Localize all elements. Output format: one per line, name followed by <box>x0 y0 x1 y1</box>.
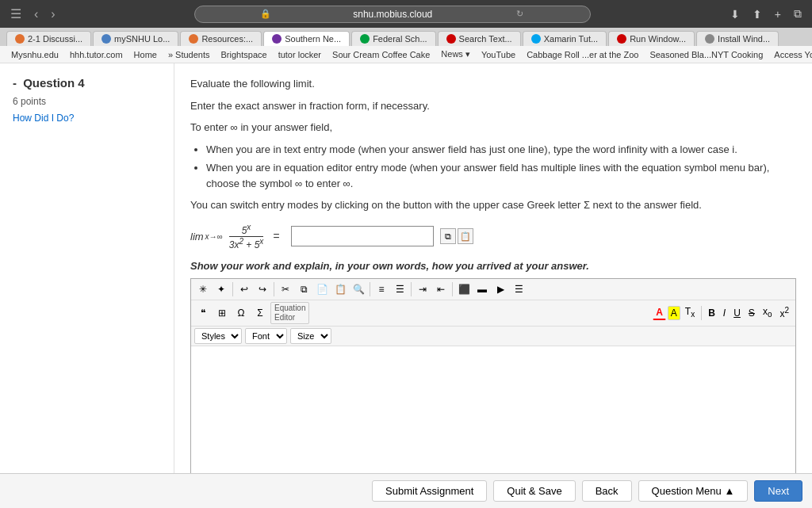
address-bar[interactable]: 🔒 snhu.mobius.cloud ↻ <box>194 6 591 23</box>
bookmark-tutor[interactable]: hhh.tutor.com <box>65 49 128 60</box>
bookmark-youtube[interactable]: YouTube <box>477 49 520 60</box>
question-number: Question 4 <box>23 76 85 90</box>
toolbar-align-left[interactable]: ⬛ <box>455 281 473 298</box>
toolbar-superscript[interactable]: x2 <box>776 304 792 321</box>
toolbar-justify[interactable]: ☰ <box>510 281 527 298</box>
toolbar-highlight[interactable]: A <box>668 306 680 320</box>
bookmark-access[interactable]: Access Your ...se Tax Board <box>769 49 812 60</box>
bookmark-brightspace[interactable]: Brightspace <box>216 49 272 60</box>
bookmark-news[interactable]: News ▾ <box>436 48 475 60</box>
next-button[interactable]: Next <box>754 480 802 502</box>
toolbar-sigma[interactable]: Σ <box>251 304 269 322</box>
toolbar-outdent[interactable]: ⇤ <box>432 281 450 298</box>
tab-2[interactable]: Resources:... <box>180 31 262 46</box>
toolbar-strikethrough[interactable]: S <box>745 306 758 320</box>
tab-favicon-2 <box>189 34 198 44</box>
right-content: Evaluate the following limit. Enter the … <box>174 63 812 473</box>
toolbar-align-right[interactable]: ▶ <box>492 281 509 298</box>
tab-6[interactable]: Xamarin Tut... <box>523 31 607 46</box>
tab-7[interactable]: Run Window... <box>608 31 695 46</box>
fraction-display: 5x 3x2 + 5x <box>229 223 264 250</box>
sep-2 <box>274 282 274 296</box>
toolbar-cut[interactable]: ✂ <box>277 281 294 298</box>
instruction-fraction: Enter the exact answer in fraction form,… <box>190 98 796 114</box>
bookmark-students[interactable]: » Students <box>163 49 215 60</box>
tab-5[interactable]: Search Text... <box>438 31 521 46</box>
infinity-intro: To enter ∞ in your answer field, <box>190 120 796 136</box>
bookmark-home[interactable]: Home <box>129 49 162 60</box>
back-button[interactable]: Back <box>582 480 632 502</box>
how-did-link[interactable]: How Did I Do? <box>13 113 74 124</box>
tab-1[interactable]: mySNHU Lo... <box>93 31 178 46</box>
toolbar-row-2: ❝ ⊞ Ω Σ EquationEditor A A Tx B I U S xo… <box>191 300 795 327</box>
quit-save-button[interactable]: Quit & Save <box>493 480 575 502</box>
bookmark-mysnhu[interactable]: Mysnhu.edu <box>6 49 63 60</box>
infinity-bullets: When you are in text entry mode (when yo… <box>206 142 796 192</box>
bookmark-cabbage[interactable]: Cabbage Roll ...er at the Zoo <box>522 49 643 60</box>
new-tab-icon[interactable]: + <box>771 6 785 22</box>
tab-label-5: Search Text... <box>459 34 512 44</box>
lim-text: lim <box>190 231 204 243</box>
editor-container: ✳ ✦ ↩ ↪ ✂ ⧉ 📄 📋 🔍 ≡ ☰ ⇥ ⇤ <box>190 278 796 474</box>
bookmark-tutor-locker[interactable]: tutor locker <box>274 49 326 60</box>
toolbar-italic[interactable]: I <box>720 306 729 320</box>
question-title: - Question 4 <box>13 76 161 90</box>
tab-label-7: Run Window... <box>630 34 686 44</box>
toolbar-font-color[interactable]: A <box>653 305 666 320</box>
tab-8[interactable]: Install Wind... <box>696 31 779 46</box>
tab-favicon-3 <box>272 34 282 44</box>
toolbar-copy[interactable]: ⧉ <box>295 281 312 298</box>
toolbar-paste2[interactable]: 📋 <box>331 281 349 298</box>
question-menu-button[interactable]: Question Menu ▲ <box>638 480 749 502</box>
forward-nav-btn[interactable]: › <box>47 6 59 23</box>
toolbar-remove-format[interactable]: Tx <box>682 304 698 320</box>
reload-icon: ↻ <box>458 9 580 19</box>
toolbar-indent[interactable]: ⇥ <box>414 281 431 298</box>
work-label-text: Show your work and explain, in your own … <box>190 260 589 272</box>
toolbar-table[interactable]: ⊞ <box>213 304 231 322</box>
share-icon[interactable]: ⬆ <box>749 6 766 22</box>
tab-favicon-8 <box>705 34 714 44</box>
answer-input[interactable] <box>291 226 434 246</box>
tab-label-3: Southern Ne... <box>285 34 341 44</box>
toolbar-special2[interactable]: ✦ <box>213 281 230 298</box>
back-nav-btn[interactable]: ‹ <box>30 6 42 23</box>
toolbar-find[interactable]: 🔍 <box>350 281 367 298</box>
tab-4[interactable]: Federal Sch... <box>351 31 435 46</box>
submit-assignment-button[interactable]: Submit Assignment <box>372 480 487 502</box>
tab-0[interactable]: 2-1 Discussi... <box>6 31 91 46</box>
toolbar-omega[interactable]: Ω <box>232 304 250 322</box>
tab-favicon-7 <box>617 34 626 44</box>
tab-label-4: Federal Sch... <box>373 34 427 44</box>
copy-icon[interactable]: ⧉ <box>440 228 456 244</box>
math-formula: lim x→∞ 5x 3x2 + 5x = <box>190 223 285 250</box>
toolbar-align-center[interactable]: ▬ <box>473 281 491 298</box>
points-text: 6 points <box>13 96 161 107</box>
editor-body[interactable] <box>191 346 795 473</box>
equals-sign: = <box>273 230 279 243</box>
switch-note: You can switch entry modes by clicking o… <box>190 197 796 213</box>
bookmark-seasoned[interactable]: Seasoned Bla...NYT Cooking <box>645 49 768 60</box>
toolbar-paste1[interactable]: 📄 <box>313 281 331 298</box>
toolbar-special1[interactable]: ✳ <box>194 281 212 298</box>
tab-3[interactable]: Southern Ne... <box>263 31 350 46</box>
toolbar-subscript[interactable]: xo <box>760 304 776 320</box>
download-icon[interactable]: ⬇ <box>726 6 744 22</box>
bookmark-coffee[interactable]: Sour Cream Coffee Cake <box>327 49 435 60</box>
toolbar-underline[interactable]: U <box>730 306 744 320</box>
sidebar-toggle-btn[interactable]: ☰ <box>6 5 25 23</box>
styles-dropdown[interactable]: Styles <box>194 328 242 344</box>
toolbar-undo[interactable]: ↩ <box>236 281 253 298</box>
toolbar-list-ordered[interactable]: ≡ <box>373 281 390 298</box>
math-icons: ⧉ 📋 <box>440 228 473 244</box>
toolbar-redo[interactable]: ↪ <box>254 281 271 298</box>
windows-icon[interactable]: ⧉ <box>790 6 806 22</box>
toolbar-bold[interactable]: B <box>705 306 718 320</box>
paste-icon[interactable]: 📋 <box>458 228 473 244</box>
tab-favicon-0 <box>15 34 25 44</box>
toolbar-blockquote[interactable]: ❝ <box>194 304 212 322</box>
font-dropdown[interactable]: Font <box>245 328 287 344</box>
size-dropdown[interactable]: Size <box>290 328 331 344</box>
toolbar-list-unordered[interactable]: ☰ <box>391 281 408 298</box>
tab-favicon-6 <box>531 34 541 44</box>
